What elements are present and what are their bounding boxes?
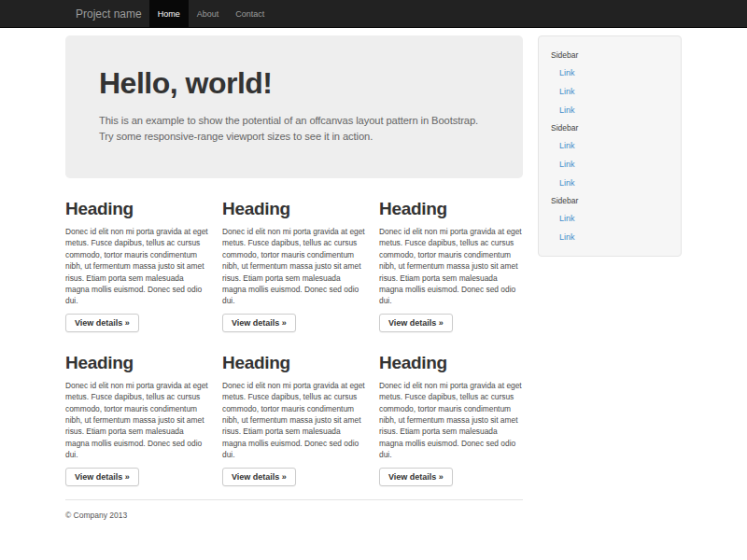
card-body-text: Donec id elit non mi porta gravida at eg…	[65, 380, 209, 461]
jumbotron-title: Hello, world!	[99, 67, 489, 100]
sidebar-link[interactable]: Link	[539, 209, 681, 228]
sidebar-panel: Sidebar Link Link Link Sidebar Link Link…	[538, 35, 682, 257]
view-details-button[interactable]: View details »	[65, 314, 139, 332]
view-details-button[interactable]: View details »	[379, 468, 453, 486]
card: Heading Donec id elit non mi porta gravi…	[379, 353, 523, 486]
card-row-1: Heading Donec id elit non mi porta gravi…	[65, 199, 523, 332]
card-heading: Heading	[65, 199, 209, 219]
sidebar-link[interactable]: Link	[539, 63, 681, 82]
sidebar-link[interactable]: Link	[539, 136, 681, 155]
jumbotron-subtitle: This is an example to show the potential…	[99, 113, 489, 145]
view-details-button[interactable]: View details »	[222, 468, 296, 486]
card-body-text: Donec id elit non mi porta gravida at eg…	[222, 226, 366, 307]
card-heading: Heading	[65, 353, 209, 373]
page: Project name Home About Contact Hello, w…	[0, 0, 747, 560]
card-body-text: Donec id elit non mi porta gravida at eg…	[222, 380, 366, 461]
sidebar-link[interactable]: Link	[539, 174, 681, 192]
sidebar-group-header: Sidebar	[539, 192, 681, 209]
card: Heading Donec id elit non mi porta gravi…	[65, 199, 209, 332]
card: Heading Donec id elit non mi porta gravi…	[222, 353, 366, 486]
card-heading: Heading	[222, 199, 366, 219]
sidebar-link[interactable]: Link	[539, 155, 681, 174]
sidebar-link[interactable]: Link	[539, 82, 681, 101]
card: Heading Donec id elit non mi porta gravi…	[379, 199, 523, 332]
main-column: Hello, world! This is an example to show…	[65, 35, 523, 539]
sidebar-group: Sidebar Link Link Link	[539, 119, 681, 192]
card: Heading Donec id elit non mi porta gravi…	[222, 199, 366, 332]
copyright-text: © Company 2013	[65, 511, 523, 520]
footer: © Company 2013	[65, 499, 523, 539]
card-heading: Heading	[222, 353, 366, 373]
card: Heading Donec id elit non mi porta gravi…	[65, 353, 209, 486]
sidebar-group: Sidebar Link Link Link	[539, 47, 681, 119]
card-body-text: Donec id elit non mi porta gravida at eg…	[379, 380, 523, 461]
card-heading: Heading	[379, 353, 523, 373]
sidebar-group: Sidebar Link Link	[539, 192, 681, 246]
view-details-button[interactable]: View details »	[379, 314, 453, 332]
sidebar-group-header: Sidebar	[539, 119, 681, 136]
view-details-button[interactable]: View details »	[65, 468, 139, 486]
sidebar-group-header: Sidebar	[539, 47, 681, 63]
card-row-2: Heading Donec id elit non mi porta gravi…	[65, 353, 523, 486]
card-heading: Heading	[379, 199, 523, 219]
card-body-text: Donec id elit non mi porta gravida at eg…	[379, 226, 523, 307]
content-container: Hello, world! This is an example to show…	[65, 0, 682, 539]
jumbotron: Hello, world! This is an example to show…	[65, 35, 523, 178]
sidebar-link[interactable]: Link	[539, 228, 681, 246]
view-details-button[interactable]: View details »	[222, 314, 296, 332]
card-body-text: Donec id elit non mi porta gravida at eg…	[65, 226, 209, 307]
sidebar-link[interactable]: Link	[539, 101, 681, 119]
